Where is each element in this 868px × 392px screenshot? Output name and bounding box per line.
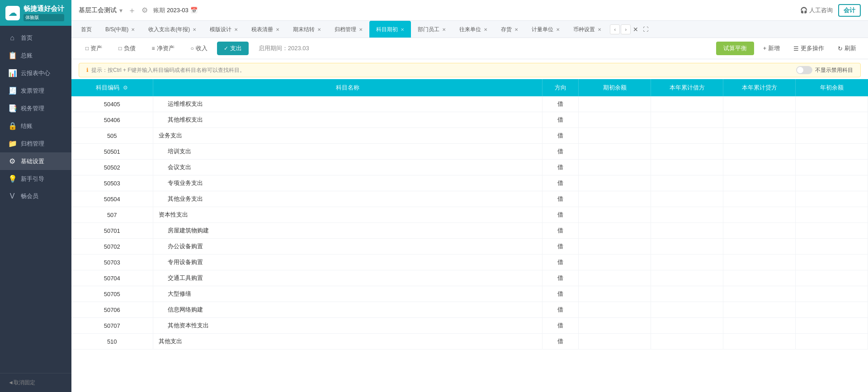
table-row[interactable]: 50405 运维维权支出 借 bbox=[71, 96, 868, 112]
cell-year-balance bbox=[796, 128, 868, 144]
table-row[interactable]: 510 其他支出 借 bbox=[71, 334, 868, 349]
cell-ytd-debit bbox=[651, 255, 723, 270]
cell-ytd-debit bbox=[651, 239, 723, 255]
sidebar-item-basic_settings[interactable]: ⚙基础设置 bbox=[0, 152, 71, 170]
tab-inventory[interactable]: 存货✕ bbox=[494, 21, 525, 38]
tab-currency[interactable]: 币种设置✕ bbox=[566, 21, 608, 38]
sidebar-item-general_ledger[interactable]: 📋总账 bbox=[0, 47, 71, 64]
table-row[interactable]: 505 业务支出 借 bbox=[71, 128, 868, 144]
tab-close-partner[interactable]: ✕ bbox=[484, 27, 487, 32]
cell-period-balance bbox=[579, 207, 651, 223]
sidebar-item-archive[interactable]: 📁归档管理 bbox=[0, 135, 71, 152]
tab-close-period_end[interactable]: ✕ bbox=[317, 27, 321, 32]
disable-toggle[interactable] bbox=[796, 66, 812, 74]
sidebar-item-reports[interactable]: 📊云报表中心 bbox=[0, 64, 71, 82]
tab-close-income[interactable]: ✕ bbox=[193, 27, 196, 32]
table-row[interactable]: 50706 信息网络购建 借 bbox=[71, 302, 868, 318]
cell-direction: 借 bbox=[542, 286, 579, 302]
add-button[interactable]: + 新增 bbox=[759, 42, 784, 55]
tab-close-dept[interactable]: ✕ bbox=[442, 27, 446, 32]
tab-dept[interactable]: 部门员工✕ bbox=[411, 21, 453, 38]
tab-label-subject_init: 科目期初 bbox=[376, 26, 398, 33]
tab-subject_init[interactable]: 科目期初✕ bbox=[369, 21, 411, 38]
sidebar-item-member[interactable]: V畅会员 bbox=[0, 188, 71, 205]
sidebar-footer[interactable]: ◄取消固定 bbox=[0, 373, 71, 392]
tab-nav-arrows: ‹ › bbox=[610, 24, 631, 34]
table-row[interactable]: 50705 大型修缮 借 bbox=[71, 286, 868, 302]
sub-tab-asset[interactable]: □资产 bbox=[79, 42, 109, 55]
cell-ytd-credit bbox=[723, 207, 796, 223]
column-settings-icon[interactable]: ⚙ bbox=[123, 85, 128, 91]
more-button[interactable]: ☰ 更多操作 bbox=[789, 42, 829, 55]
tab-bs_mid[interactable]: B/S(中期)✕ bbox=[99, 21, 142, 38]
sidebar-item-tax[interactable]: 📑税务管理 bbox=[0, 99, 71, 117]
cell-name: 运维维权支出 bbox=[153, 96, 542, 112]
tab-label-archive: 归档管理 bbox=[335, 26, 356, 33]
cell-ytd-credit bbox=[723, 239, 796, 255]
cell-ytd-debit bbox=[651, 112, 723, 128]
tab-archive[interactable]: 归档管理✕ bbox=[328, 21, 369, 38]
table-row[interactable]: 50406 其他维权支出 借 bbox=[71, 112, 868, 128]
table-row[interactable]: 50504 其他业务支出 借 bbox=[71, 191, 868, 207]
help-button[interactable]: 🎧 人工咨询 bbox=[800, 6, 833, 14]
tab-template[interactable]: 模版设计✕ bbox=[203, 21, 245, 38]
add-tab-button[interactable]: ＋ bbox=[128, 5, 136, 16]
sub-tab-liability[interactable]: □负债 bbox=[112, 42, 142, 55]
nav-icon-general_ledger: 📋 bbox=[8, 51, 16, 60]
table-row[interactable]: 50503 专项业务支出 借 bbox=[71, 175, 868, 191]
close-all-tabs-button[interactable]: ✕ bbox=[631, 24, 641, 34]
cell-year-balance bbox=[796, 191, 868, 207]
sidebar-item-close[interactable]: 🔒结账 bbox=[0, 117, 71, 135]
settings-icon[interactable]: ⚙ bbox=[142, 6, 148, 14]
tab-close-archive[interactable]: ✕ bbox=[359, 27, 363, 32]
table-row[interactable]: 50701 房屋建筑物购建 借 bbox=[71, 223, 868, 239]
table-row[interactable]: 50702 办公设备购置 借 bbox=[71, 239, 868, 255]
cell-direction: 借 bbox=[542, 128, 579, 144]
company-selector[interactable]: 基层工会测试 ▾ bbox=[79, 6, 123, 14]
tab-tax[interactable]: 税表清册✕ bbox=[245, 21, 286, 38]
nav-label-basic_settings: 基础设置 bbox=[21, 157, 44, 165]
cell-year-balance bbox=[796, 302, 868, 318]
table-row[interactable]: 507 资本性支出 借 bbox=[71, 207, 868, 223]
sidebar-item-guide[interactable]: 💡新手引导 bbox=[0, 170, 71, 188]
tab-prev-button[interactable]: ‹ bbox=[610, 24, 620, 34]
tab-unit[interactable]: 计量单位✕ bbox=[525, 21, 566, 38]
cell-ytd-debit bbox=[651, 286, 723, 302]
table-row[interactable]: 50703 专用设备购置 借 bbox=[71, 255, 868, 270]
sub-tab-actions: 试算平衡 + 新增 ☰ 更多操作 ↻ 刷新 bbox=[716, 42, 861, 55]
tab-close-tax[interactable]: ✕ bbox=[276, 27, 279, 32]
sub-tab-net_asset[interactable]: ≡净资产 bbox=[145, 42, 181, 55]
tab-close-currency[interactable]: ✕ bbox=[598, 27, 601, 32]
table-row[interactable]: 50707 其他资本性支出 借 bbox=[71, 318, 868, 334]
tab-next-button[interactable]: › bbox=[621, 24, 631, 34]
tab-close-subject_init[interactable]: ✕ bbox=[401, 27, 404, 32]
sub-tab-expense[interactable]: ✓支出 bbox=[217, 42, 249, 55]
tab-close-inventory[interactable]: ✕ bbox=[514, 27, 518, 32]
hint-text: 提示：按Ctrl + F键并输入科目编码或者科目名称可以查找科目。 bbox=[91, 66, 245, 74]
calendar-icon[interactable]: 📅 bbox=[190, 7, 198, 14]
refresh-button[interactable]: ↻ 刷新 bbox=[833, 42, 861, 55]
table-row[interactable]: 50502 会议支出 借 bbox=[71, 160, 868, 175]
calc-balance-button[interactable]: 试算平衡 bbox=[716, 42, 754, 55]
tab-home[interactable]: 首页 bbox=[74, 21, 99, 38]
period-info: 启用期间：2023.03 bbox=[259, 44, 309, 52]
tab-partner[interactable]: 往来单位✕ bbox=[453, 21, 494, 38]
tab-expand-button[interactable]: ⛶ bbox=[641, 24, 651, 34]
tab-close-bs_mid[interactable]: ✕ bbox=[131, 27, 135, 32]
cell-period-balance bbox=[579, 318, 651, 334]
cell-name: 大型修缮 bbox=[153, 286, 542, 302]
tab-income[interactable]: 收入支出表(年报)✕ bbox=[142, 21, 203, 38]
table-row[interactable]: 50704 交通工具购置 借 bbox=[71, 270, 868, 286]
tab-period_end[interactable]: 期末结转✕ bbox=[286, 21, 328, 38]
topbar-right: 🎧 人工咨询 会计 bbox=[800, 4, 861, 17]
account-button[interactable]: 会计 bbox=[838, 4, 861, 17]
sidebar-item-home[interactable]: ⌂首页 bbox=[0, 29, 71, 47]
tab-close-template[interactable]: ✕ bbox=[234, 27, 238, 32]
tab-close-unit[interactable]: ✕ bbox=[556, 27, 560, 32]
cell-code: 50501 bbox=[71, 144, 153, 160]
cell-period-balance bbox=[579, 191, 651, 207]
sub-tab-income[interactable]: ○收入 bbox=[184, 42, 214, 55]
header-direction: 方向 bbox=[542, 79, 579, 96]
table-row[interactable]: 50501 培训支出 借 bbox=[71, 144, 868, 160]
sidebar-item-invoice[interactable]: 🧾发票管理 bbox=[0, 82, 71, 99]
